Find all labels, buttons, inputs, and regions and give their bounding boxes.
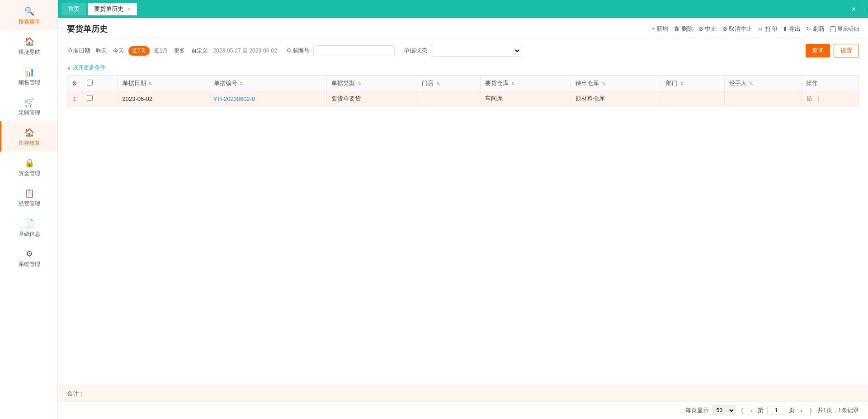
sidebar-item-purchase[interactable]: 🛒 采购管理 <box>0 91 57 121</box>
main-area: 首页要货单历史× ✕ □ 要货单历史 + 新增 🗑 删除 ⊘ 中止 ⊘ 取消中止… <box>58 0 868 419</box>
sidebar-icon-operation: 📋 <box>24 188 34 198</box>
sidebar-item-finance[interactable]: 🔒 资金管理 <box>0 152 57 182</box>
sidebar-item-basic[interactable]: 📄 基础信息 <box>0 212 57 243</box>
total-label: 合计： <box>67 390 85 398</box>
sidebar-icon-quick-nav: 🏠 <box>24 37 34 47</box>
row-index: 1 <box>67 91 82 106</box>
col-doc-number[interactable]: 单据编号 ⇅ <box>209 76 326 91</box>
sidebar-label-basic: 基础信息 <box>19 230 40 238</box>
date-shortcut-近1月[interactable]: 近1月 <box>152 46 170 56</box>
date-shortcuts: 昨天今天近7天近1月更多自定义 <box>94 46 209 56</box>
doc-status-select[interactable]: 全部草稿已审核已完成已中止 <box>431 45 521 57</box>
date-filter-label: 单据日期 <box>67 47 90 55</box>
date-shortcut-更多[interactable]: 更多 <box>172 46 187 56</box>
more-icon[interactable]: ⋮ <box>815 95 821 102</box>
filter-row-1: 单据日期 昨天今天近7天近1月更多自定义 2023-05-27 至 2023-0… <box>67 44 859 57</box>
content-area: 要货单历史 + 新增 🗑 删除 ⊘ 中止 ⊘ 取消中止 🖨 打印 ⬆ 导出 ↻ … <box>58 18 868 419</box>
doc-number-link[interactable]: YH-20230602-0 <box>214 95 255 102</box>
row-handler <box>724 91 801 106</box>
stop-button[interactable]: ⊘ 中止 <box>698 25 717 33</box>
col-store[interactable]: 门店 ⇅ <box>417 76 480 91</box>
sidebar-icon-sales: 📊 <box>24 67 34 77</box>
date-shortcut-近7天[interactable]: 近7天 <box>128 46 150 56</box>
print-button[interactable]: 🖨 打印 <box>758 25 777 33</box>
row-req-warehouse: 车间库 <box>480 91 571 106</box>
table-body: 1 2023-06-02 YH-20230602-0 要货单要货 车间库 原材料… <box>67 91 859 106</box>
col-handler[interactable]: 经手人 ⇅ <box>724 76 801 91</box>
window-maximize-button[interactable]: □ <box>861 6 864 13</box>
sidebar-icon-finance: 🔒 <box>24 158 34 168</box>
header-row: ⚙ 单据日期 ⇅ 单据编号 ⇅ 单据类型 ⇅ 门店 ⇅ 要货仓库 ⇅ 待出仓库 … <box>67 76 859 91</box>
sidebar-item-operation[interactable]: 📋 经营管理 <box>0 182 57 212</box>
row-store <box>417 91 480 106</box>
row-select-checkbox[interactable] <box>87 95 93 101</box>
row-operation: 🖹 ⋮ <box>801 91 859 106</box>
col-req-warehouse[interactable]: 要货仓库 ⇅ <box>480 76 571 91</box>
col-department[interactable]: 部门 ⇅ <box>661 76 724 91</box>
row-checkbox[interactable] <box>82 91 118 106</box>
page-number-input[interactable] <box>767 406 785 415</box>
row-doc-type: 要货单要货 <box>326 91 417 106</box>
expand-more-label: 展开更多条件 <box>73 64 105 71</box>
expand-more[interactable]: ∨ 展开更多条件 <box>67 61 859 75</box>
window-close-button[interactable]: ✕ <box>851 6 856 13</box>
table-row: 1 2023-06-02 YH-20230602-0 要货单要货 车间库 原材料… <box>67 91 859 106</box>
tab-home[interactable]: 首页 <box>61 3 86 15</box>
display-detail-label: 显示明细 <box>837 25 859 33</box>
col-pending-warehouse[interactable]: 待出仓库 ⇅ <box>571 76 661 91</box>
col-operation: 操作 <box>801 76 859 91</box>
next-page-button[interactable]: › <box>798 406 804 415</box>
total-info: 共1页，1条记录 <box>817 406 859 414</box>
pagination: 每页显示 20 50 100 ⟨ ‹ 第 页 › ⟩ 共1页，1条记录 <box>58 401 868 419</box>
row-pending-warehouse: 原材料仓库 <box>571 91 661 106</box>
sidebar-icon-basic: 📄 <box>24 219 34 229</box>
expand-more-icon: ∨ <box>67 65 71 71</box>
toolbar: + 新增 🗑 删除 ⊘ 中止 ⊘ 取消中止 🖨 打印 ⬆ 导出 ↻ 刷新 显示明… <box>651 25 859 33</box>
sidebar-item-quick-nav[interactable]: 🏠 快捷导航 <box>0 30 57 61</box>
sidebar-item-inventory[interactable]: 🏠 库存核算 <box>0 121 57 152</box>
col-doc-date[interactable]: 单据日期 ⇅ <box>118 76 209 91</box>
sidebar-label-operation: 经营管理 <box>19 200 40 208</box>
date-filter: 单据日期 昨天今天近7天近1月更多自定义 2023-05-27 至 2023-0… <box>67 46 277 56</box>
doc-status-label: 单据状态 <box>404 47 427 55</box>
last-page-button[interactable]: ⟩ <box>808 406 814 415</box>
col-settings[interactable]: ⚙ <box>67 76 82 91</box>
settings-button[interactable]: 设置 <box>834 44 859 57</box>
row-doc-date: 2023-06-02 <box>118 91 209 106</box>
sidebar-icon-system: ⚙ <box>26 249 33 259</box>
filter-area: 单据日期 昨天今天近7天近1月更多自定义 2023-05-27 至 2023-0… <box>58 38 868 75</box>
date-shortcut-今天[interactable]: 今天 <box>111 46 126 56</box>
tab-close-requisition-history[interactable]: × <box>128 6 131 12</box>
date-shortcut-昨天[interactable]: 昨天 <box>94 46 108 56</box>
export-button[interactable]: ⬆ 导出 <box>783 25 801 33</box>
data-table: ⚙ 单据日期 ⇅ 单据编号 ⇅ 单据类型 ⇅ 门店 ⇅ 要货仓库 ⇅ 待出仓库 … <box>67 75 859 106</box>
query-button[interactable]: 查询 <box>806 44 830 57</box>
col-checkbox[interactable] <box>82 76 118 91</box>
cancel-stop-button[interactable]: ⊘ 取消中止 <box>722 25 753 33</box>
sidebar-icon-inventory: 🏠 <box>24 128 34 138</box>
select-all-checkbox[interactable] <box>87 80 93 86</box>
delete-button[interactable]: 🗑 删除 <box>674 25 693 33</box>
tab-label-requisition-history: 要货单历史 <box>94 5 123 13</box>
prev-page-button[interactable]: ‹ <box>749 406 754 415</box>
display-detail-toggle[interactable]: 显示明细 <box>830 25 859 33</box>
date-range-display: 2023-05-27 至 2023-06-02 <box>213 47 277 55</box>
tab-requisition-history[interactable]: 要货单历史× <box>88 3 137 15</box>
first-page-button[interactable]: ⟨ <box>739 406 745 415</box>
view-icon[interactable]: 🖹 <box>806 95 812 102</box>
date-shortcut-自定义[interactable]: 自定义 <box>189 46 209 56</box>
col-doc-type[interactable]: 单据类型 ⇅ <box>326 76 417 91</box>
sidebar-label-sales: 销售管理 <box>19 79 40 86</box>
top-bar-right: ✕ □ <box>851 6 864 13</box>
sidebar-item-search-menu[interactable]: 🔍 搜索菜单 <box>0 0 57 30</box>
doc-number-label: 单据编号 <box>286 47 310 55</box>
new-button[interactable]: + 新增 <box>651 25 668 33</box>
sidebar-item-system[interactable]: ⚙ 系统管理 <box>0 243 57 273</box>
row-doc-number[interactable]: YH-20230602-0 <box>209 91 326 106</box>
sidebar-label-inventory: 库存核算 <box>19 139 40 147</box>
sidebar-item-sales[interactable]: 📊 销售管理 <box>0 61 57 91</box>
doc-number-input[interactable] <box>313 45 395 56</box>
refresh-button[interactable]: ↻ 刷新 <box>806 25 825 33</box>
page-size-select[interactable]: 20 50 100 <box>712 405 736 415</box>
display-detail-checkbox[interactable] <box>830 26 836 32</box>
